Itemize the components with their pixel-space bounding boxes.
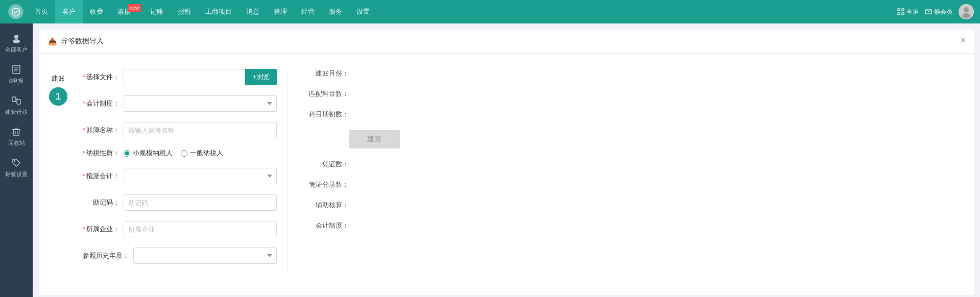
svg-rect-16 (17, 100, 20, 104)
voucher-count-row: 凭证数： (308, 160, 440, 169)
small-taxpayer-label[interactable]: 小规模纳税人 (124, 148, 173, 158)
nav-bookkeeping[interactable]: 记账 (143, 0, 171, 23)
history-year-row: 参照历史年度： (83, 247, 277, 264)
company-label: *所属企业： (83, 225, 124, 234)
nav-right: 全屏 畅会员 (897, 4, 974, 19)
nav-operations[interactable]: 经营 (294, 0, 322, 23)
browse-button[interactable]: +浏览 (245, 69, 277, 85)
step-label: 建账 (52, 74, 65, 83)
tax-type-row: *纳税性质： 小规模纳税人 一般纳税人 (83, 148, 277, 158)
svg-point-9 (14, 35, 18, 39)
file-text-input[interactable] (124, 69, 245, 85)
nav-management[interactable]: 管理 (267, 0, 294, 23)
fullscreen-btn[interactable]: 全屏 (897, 8, 919, 16)
user-avatar[interactable] (959, 4, 974, 19)
account-init-row: 科目期初数： (308, 110, 440, 119)
nav-customers[interactable]: 客户 (55, 0, 83, 23)
svg-point-10 (13, 39, 20, 43)
account-migration-icon (11, 95, 22, 106)
sidebar-item-zero-filing[interactable]: 0申报 (0, 59, 33, 90)
match-accounts-row: 匹配科目数： (308, 89, 440, 98)
content-area: 📥 导爷数据导入 × 建账 1 *选择文件： (33, 23, 980, 297)
close-button[interactable]: × (960, 36, 966, 45)
file-label: *选择文件： (83, 72, 124, 82)
logo-icon (8, 4, 23, 19)
voucher-entries-label: 凭证分录数： (308, 180, 354, 189)
aux-accounting-label: 辅助核算： (308, 201, 354, 210)
sidebar-item-account-migration[interactable]: 账套迁移 (0, 90, 33, 121)
right-accounting-system-label: 会计制度： (308, 221, 354, 230)
small-taxpayer-radio[interactable] (124, 150, 130, 157)
svg-rect-2 (902, 9, 904, 11)
accountant-label: *指派会计： (83, 171, 124, 181)
nav-tax[interactable]: 报税 (171, 0, 198, 23)
build-btn-area: 建账 (308, 130, 440, 148)
memo-code-row: 助记码： (83, 194, 277, 211)
vip-icon (925, 8, 932, 15)
nav-settings[interactable]: 设置 (349, 0, 377, 23)
file-input-group: +浏览 (124, 69, 277, 85)
fullscreen-icon (897, 8, 904, 15)
form-area: 建账 1 *选择文件： +浏览 (39, 54, 974, 284)
svg-rect-4 (902, 13, 904, 15)
sidebar-item-label-settings[interactable]: 标签设置 (0, 152, 33, 183)
vip-btn[interactable]: 畅会员 (925, 8, 952, 16)
new-badge: new (128, 4, 141, 12)
account-init-label: 科目期初数： (308, 110, 354, 119)
main-layout: 全部客户 0申报 账套迁移 (0, 23, 980, 297)
svg-point-7 (964, 7, 969, 12)
sidebar: 全部客户 0申报 账套迁移 (0, 23, 33, 297)
account-name-label: *账簿名称： (83, 126, 124, 135)
left-form: *选择文件： +浏览 *会计制度： (83, 69, 277, 274)
step-circle: 1 (49, 87, 67, 106)
right-accounting-system-row: 会计制度： (308, 221, 440, 230)
accountant-select[interactable] (124, 168, 277, 184)
label-settings-icon (11, 157, 22, 168)
accounting-system-label: *会计制度： (83, 99, 124, 108)
nav-items: 首页 客户 收费 票据 new 记账 报税 工商项目 消息 管理 经营 服务 设… (28, 0, 897, 23)
general-taxpayer-radio[interactable] (181, 150, 187, 157)
build-month-row: 建账月份： (308, 69, 440, 78)
svg-rect-3 (898, 13, 900, 15)
svg-point-8 (962, 13, 970, 18)
memo-code-label: 助记码： (83, 198, 124, 207)
accounting-system-select[interactable] (124, 95, 277, 112)
voucher-entries-row: 凭证分录数： (308, 180, 440, 189)
match-accounts-label: 匹配科目数： (308, 89, 354, 98)
nav-biz-projects[interactable]: 工商项目 (198, 0, 239, 23)
memo-code-input[interactable] (124, 194, 277, 211)
account-name-input[interactable] (124, 122, 277, 138)
sidebar-item-recycle[interactable]: 回收站 (0, 121, 33, 152)
all-customers-icon (11, 33, 22, 44)
avatar-icon (959, 4, 974, 19)
svg-point-19 (14, 160, 15, 162)
general-taxpayer-label[interactable]: 一般纳税人 (181, 148, 223, 158)
svg-rect-15 (12, 97, 16, 102)
nav-messages[interactable]: 消息 (239, 0, 267, 23)
svg-rect-1 (898, 9, 900, 11)
build-button[interactable]: 建账 (349, 130, 400, 148)
nav-fees[interactable]: 收费 (83, 0, 110, 23)
svg-point-0 (9, 5, 23, 19)
history-year-label: 参照历史年度： (83, 251, 133, 260)
main-panel: 📥 导爷数据导入 × 建账 1 *选择文件： (39, 30, 974, 295)
company-row: *所属企业： (83, 221, 277, 237)
nav-home[interactable]: 首页 (28, 0, 55, 23)
panel-title: 导爷数据导入 (61, 37, 104, 46)
file-row: *选择文件： +浏览 (83, 69, 277, 85)
top-nav: 首页 客户 收费 票据 new 记账 报税 工商项目 消息 管理 经营 服务 设… (0, 0, 980, 23)
build-month-label: 建账月份： (308, 69, 354, 78)
step-section: 建账 1 (49, 69, 67, 274)
nav-services[interactable]: 服务 (322, 0, 349, 23)
recycle-icon (11, 126, 22, 137)
accountant-row: *指派会计： (83, 168, 277, 184)
accounting-system-row: *会计制度： (83, 95, 277, 112)
nav-invoices[interactable]: 票据 new (110, 0, 143, 23)
import-icon: 📥 (48, 37, 57, 45)
tax-type-radio-group: 小规模纳税人 一般纳税人 (124, 148, 277, 158)
company-input[interactable] (124, 221, 277, 237)
sidebar-item-all-customers[interactable]: 全部客户 (0, 28, 33, 59)
account-name-row: *账簿名称： (83, 122, 277, 138)
history-year-select[interactable] (133, 247, 277, 264)
aux-accounting-row: 辅助核算： (308, 201, 440, 210)
